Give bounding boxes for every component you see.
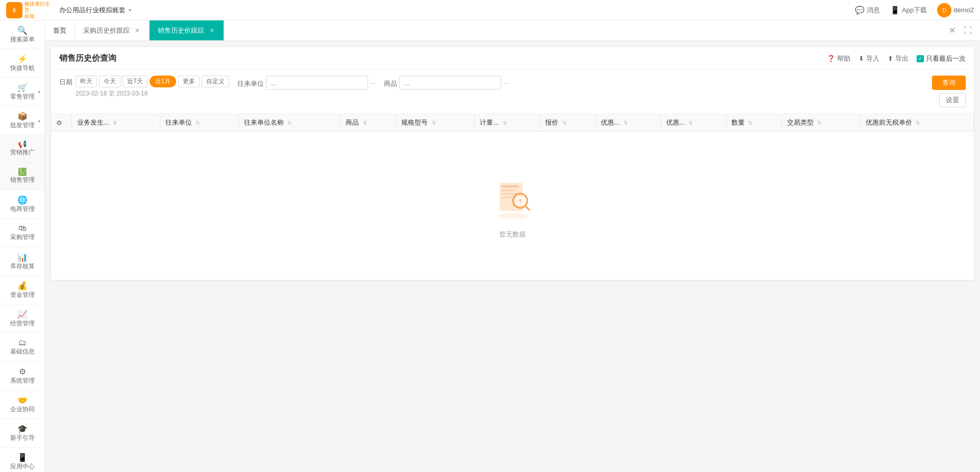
basic-info-icon: 🗂: [18, 338, 27, 347]
sidebar-item-quick-nav[interactable]: ⚡ 快捷导航: [0, 49, 44, 78]
sidebar-item-enterprise-collab[interactable]: 🤝 企业协同: [0, 390, 44, 419]
page-title: 销售历史价查询: [59, 53, 116, 64]
sidebar-item-retail-mgmt[interactable]: 🛒 零售管理: [0, 78, 44, 106]
maximize-icon[interactable]: ⛶: [962, 24, 974, 37]
tab-bar: 首页 采购历史价跟踪 ✕ 销售历史价跟踪 ✕ ✕ ⛶: [45, 20, 980, 41]
table-container: ⚙ 业务发生... ⇅ 往来单位 ⇅: [51, 114, 974, 280]
sort-spec-icon: ⇅: [432, 120, 436, 126]
close-tab-icon[interactable]: ✕: [947, 23, 958, 37]
tab-close-sales[interactable]: ✕: [208, 27, 215, 34]
th-biz-date[interactable]: 业务发生... ⇅: [71, 114, 160, 132]
partner-input[interactable]: [266, 76, 368, 90]
sidebar-label-wholesale: 批发管理: [10, 121, 35, 130]
only-last-checkbox[interactable]: ✓ 只看最后一次: [917, 54, 966, 63]
sidebar-item-marketing[interactable]: 📢 营销推广: [0, 135, 44, 162]
filter-actions: 查询 设置: [932, 76, 966, 107]
marketing-icon: 📢: [18, 140, 27, 148]
sidebar-item-basic-info[interactable]: 🗂 基础信息: [0, 333, 44, 362]
sidebar-item-inventory[interactable]: 📊 库存核算: [0, 247, 44, 276]
sidebar: 🔍 搜索菜单 ⚡ 快捷导航 🛒 零售管理 📦 批发管理 📢 营销推广 💹 销售管…: [0, 20, 45, 472]
avatar: D: [937, 3, 951, 17]
only-last-label: 只看最后一次: [926, 54, 966, 63]
date-btn-more[interactable]: 更多: [178, 76, 200, 87]
sidebar-item-app-center[interactable]: 📱 应用中心: [0, 447, 44, 472]
sidebar-label-collab: 企业协同: [10, 405, 35, 414]
check-icon: ✓: [917, 55, 924, 62]
th-pre-tax-price[interactable]: 优惠前无税单价 ⇅: [860, 114, 973, 132]
goods-dots[interactable]: ···: [503, 79, 509, 87]
inventory-icon: 📊: [17, 252, 28, 262]
collab-icon: 🤝: [17, 395, 28, 405]
sidebar-label-system: 系统管理: [10, 376, 35, 385]
import-icon: ⬇: [859, 55, 864, 62]
page-header: 销售历史价查询 ❓ 帮助 ⬇ 导入 ⬆ 导出: [51, 47, 974, 69]
main-layout: 🔍 搜索菜单 ⚡ 快捷导航 🛒 零售管理 📦 批发管理 📢 营销推广 💹 销售管…: [0, 20, 980, 472]
svg-rect-4: [501, 185, 519, 187]
sidebar-item-sales-mgmt[interactable]: 💹 销售管理: [0, 162, 44, 190]
th-discount1[interactable]: 优惠... ⇅: [596, 114, 661, 132]
th-spec[interactable]: 规格型号 ⇅: [396, 114, 475, 132]
tab-purchase-history[interactable]: 采购历史价跟踪 ✕: [75, 20, 150, 40]
sidebar-item-system[interactable]: ⚙ 系统管理: [0, 362, 44, 390]
empty-text: 暂无数据: [499, 230, 526, 239]
th-quantity[interactable]: 数量 ⇅: [726, 114, 781, 132]
date-btn-custom[interactable]: 自定义: [202, 76, 229, 87]
message-btn[interactable]: 💬 消息: [855, 6, 880, 15]
tab-home[interactable]: 首页: [45, 20, 75, 40]
sidebar-label-beginner: 新手引导: [10, 434, 35, 442]
svg-point-2: [497, 213, 528, 219]
sort-pretax-icon: ⇅: [916, 120, 920, 126]
message-icon: 💬: [855, 6, 865, 15]
goods-input[interactable]: [399, 76, 501, 90]
th-trade-type[interactable]: 交易类型 ⇅: [781, 114, 860, 132]
settings-button[interactable]: 设置: [939, 93, 966, 107]
sort-discount1-icon: ⇅: [624, 120, 628, 126]
date-range-text: 2023-02-18 至 2023-03-18: [76, 89, 229, 98]
th-discount2[interactable]: 优惠... ⇅: [660, 114, 726, 132]
export-btn[interactable]: ⬆ 导出: [888, 54, 909, 63]
import-btn[interactable]: ⬇ 导入: [859, 54, 879, 63]
th-partner-name[interactable]: 往来单位名称 ⇅: [238, 114, 340, 132]
sidebar-item-search-menu[interactable]: 🔍 搜索菜单: [0, 20, 44, 49]
tab-purchase-history-label: 采购历史价跟踪: [83, 26, 130, 35]
logo-icon: 6: [6, 2, 22, 18]
th-goods[interactable]: 商品 ⇅: [340, 114, 396, 132]
sidebar-item-ecom[interactable]: 🌐 电商管理: [0, 190, 44, 219]
table-settings-icon[interactable]: ⚙: [56, 119, 62, 127]
sort-partner-name-icon: ⇅: [287, 120, 291, 126]
search-icon: 🔍: [17, 26, 28, 35]
username: demo2: [953, 6, 974, 14]
beginner-icon: 🎓: [17, 424, 28, 434]
ecom-icon: 🌐: [17, 195, 28, 205]
sidebar-item-beginner[interactable]: 🎓 新手引导: [0, 419, 44, 447]
content-area: 首页 采购历史价跟踪 ✕ 销售历史价跟踪 ✕ ✕ ⛶ 销售历史价查询: [45, 20, 980, 472]
app-download-btn[interactable]: 📱 App下载: [890, 6, 927, 15]
date-btn-today[interactable]: 今天: [99, 76, 120, 87]
app-selector[interactable]: 办公用品行业模拟账套 ▾: [55, 4, 135, 17]
sidebar-label-purchase: 采购管理: [10, 233, 35, 242]
svg-rect-7: [501, 197, 512, 198]
sidebar-item-operations[interactable]: 📈 经营管理: [0, 304, 44, 333]
sidebar-item-finance[interactable]: 💰 资金管理: [0, 276, 44, 304]
sidebar-item-wholesale-mgmt[interactable]: 📦 批发管理: [0, 106, 44, 135]
th-partner[interactable]: 往来单位 ⇅: [160, 114, 238, 132]
help-btn[interactable]: ❓ 帮助: [827, 54, 850, 63]
th-quoted-price[interactable]: 报价 ⇅: [540, 114, 596, 132]
sales-icon: 💹: [18, 168, 27, 176]
query-button[interactable]: 查询: [932, 76, 966, 90]
sidebar-label-app-center: 应用中心: [10, 462, 35, 471]
purchase-icon: 🛍: [18, 224, 27, 233]
system-icon: ⚙: [19, 367, 26, 376]
user-area[interactable]: D demo2: [937, 3, 974, 17]
tab-sales-history[interactable]: 销售历史价跟踪 ✕: [150, 20, 224, 40]
partner-dots[interactable]: ···: [370, 79, 376, 87]
chevron-down-icon: ▾: [129, 7, 131, 13]
th-unit[interactable]: 计量... ⇅: [475, 114, 540, 132]
sidebar-item-purchase[interactable]: 🛍 采购管理: [0, 219, 44, 247]
export-icon: ⬆: [888, 55, 893, 62]
date-btn-1month[interactable]: 近1月: [150, 76, 177, 87]
date-btn-yesterday[interactable]: 昨天: [76, 76, 97, 87]
tab-close-purchase[interactable]: ✕: [134, 27, 141, 34]
date-btn-7days[interactable]: 近7天: [122, 76, 148, 87]
app-selector-label: 办公用品行业模拟账套: [59, 6, 126, 15]
